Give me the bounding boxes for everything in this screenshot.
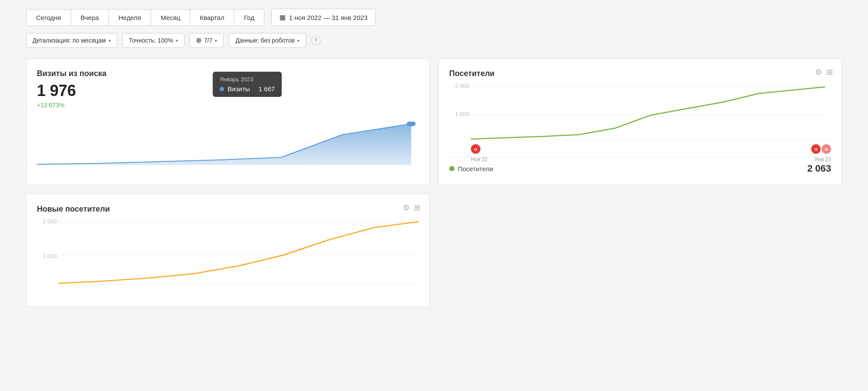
segments-filter[interactable]: 7/7 ▾ (190, 33, 224, 48)
filters-row: Детализация: по месяцам ▾ Точность: 100%… (26, 33, 842, 48)
period-today[interactable]: Сегодня (26, 10, 71, 26)
detail-chevron: ▾ (108, 38, 111, 43)
card-visitors-icons: ⚙ ⊞ (815, 67, 833, 77)
data-filter[interactable]: Данные: без роботов ▾ (229, 33, 306, 48)
segments-indicator (196, 38, 201, 43)
card-search-visits-value: 1 976 (37, 82, 419, 100)
y-label-new-mid: 1 000 (43, 253, 57, 259)
y-label-top: 2 000 (455, 83, 469, 89)
period-yesterday[interactable]: Вчера (71, 10, 109, 26)
legend-label-visitors: Посетители (458, 165, 493, 172)
calendar-icon: ▦ (279, 13, 286, 21)
accuracy-chevron: ▾ (176, 38, 178, 43)
chart-visitors: 2 000 1 000 н н н (449, 83, 831, 152)
card-search-visits-title: Визиты из поиска (37, 69, 419, 78)
accuracy-label: Точность: 100% (129, 37, 173, 44)
area-fill (37, 124, 411, 165)
markers-row-visitors: н н н (471, 144, 831, 154)
legend-dot-visitors (449, 166, 454, 171)
area-chart-svg (37, 122, 419, 165)
card-visitors-title: Посетители (449, 69, 831, 78)
y-label-mid: 1 000 (455, 111, 469, 117)
card-new-visitors: Новые посетители ⚙ ⊞ 2 000 1 000 (26, 194, 430, 307)
accuracy-filter[interactable]: Точность: 100% ▾ (122, 33, 184, 48)
cards-grid: Визиты из поиска 1 976 +13 073% Январь 2… (26, 58, 842, 307)
segments-label: 7/7 (204, 37, 212, 44)
period-month[interactable]: Месяц (151, 10, 190, 26)
card-visitors: Посетители ⚙ ⊞ 2 000 1 000 (438, 58, 842, 185)
detail-filter[interactable]: Детализация: по месяцам ▾ (26, 33, 117, 48)
legend-visitors: Посетители (449, 165, 493, 172)
toolbar: Сегодня Вчера Неделя Месяц Квартал Год ▦… (26, 9, 842, 26)
data-chevron: ▾ (297, 38, 299, 43)
x-label-right: Янв 23 (815, 156, 831, 162)
marker-h-left: н (471, 144, 480, 154)
grid-icon-new[interactable]: ⊞ (414, 203, 421, 212)
gear-icon[interactable]: ⚙ (815, 67, 822, 77)
chart-new-visitors: 2 000 1 000 (37, 218, 419, 296)
x-label-left: Ноя 22 (471, 156, 488, 162)
gear-icon-new[interactable]: ⚙ (403, 203, 410, 212)
data-label: Данные: без роботов (235, 37, 295, 44)
new-visitors-line (59, 222, 419, 283)
period-quarter[interactable]: Квартал (190, 10, 234, 26)
card-new-visitors-icons: ⚙ ⊞ (403, 203, 421, 212)
period-week[interactable]: Неделя (109, 10, 151, 26)
period-year[interactable]: Год (234, 10, 264, 26)
line-chart-new-visitors-svg (59, 218, 419, 288)
card-new-visitors-title: Новые посетители (37, 205, 419, 214)
marker-right: н н (811, 144, 831, 154)
y-axis-visitors: 2 000 1 000 (449, 83, 469, 139)
marker-h-right-group: н н (811, 144, 831, 154)
legend-value-visitors: 2 063 (807, 163, 831, 174)
detail-label: Детализация: по месяцам (33, 37, 106, 44)
y-label-new-top: 2 000 (43, 218, 57, 225)
date-range-button[interactable]: ▦ 1 ноя 2022 — 31 янв 2023 (271, 9, 376, 26)
y-axis-new-visitors: 2 000 1 000 (37, 218, 57, 288)
date-range-label: 1 ноя 2022 — 31 янв 2023 (289, 14, 368, 21)
card-search-visits-change: +13 073% (37, 102, 419, 109)
card-search-visits: Визиты из поиска 1 976 +13 073% Январь 2… (26, 58, 430, 185)
marker-h-right2: н (822, 144, 831, 154)
segments-chevron: ▾ (215, 38, 217, 43)
chart-search-visits (37, 122, 419, 165)
grid-icon[interactable]: ⊞ (826, 67, 833, 77)
marker-h-right: н (811, 144, 821, 154)
visitors-line (471, 87, 825, 139)
x-axis-visitors: Ноя 22 Янв 23 (471, 156, 831, 162)
period-buttons: Сегодня Вчера Неделя Месяц Квартал Год (26, 9, 264, 26)
help-button[interactable]: ? (311, 36, 321, 45)
marker-left: н (471, 144, 480, 154)
line-chart-visitors-svg (471, 83, 831, 143)
